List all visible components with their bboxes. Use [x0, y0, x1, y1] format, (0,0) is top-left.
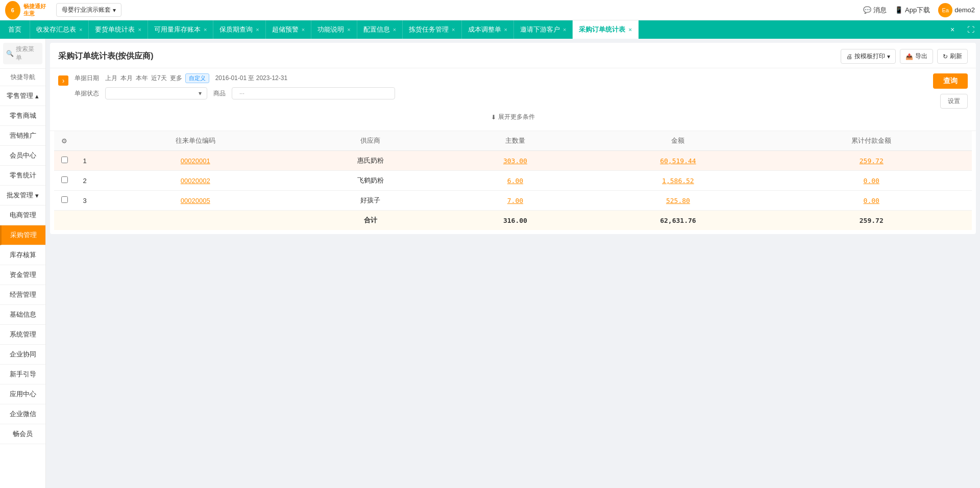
filter-toggle[interactable]: › — [58, 73, 68, 86]
footer-label: 合计 — [296, 211, 445, 230]
tab-pihuo-close[interactable]: × — [452, 27, 455, 33]
row3-amount[interactable]: 525.80 — [585, 191, 771, 211]
goods-more-icon[interactable]: ··· — [239, 90, 244, 97]
tab-baozhi[interactable]: 保质期查询 × — [213, 20, 265, 39]
goods-input[interactable]: ··· — [232, 87, 395, 99]
refresh-button[interactable]: ↻ 刷新 — [937, 49, 968, 64]
sidebar-item-operation[interactable]: 经营管理 — [0, 285, 45, 305]
row3-qty[interactable]: 7.00 — [446, 191, 585, 211]
logo-icon: 6 — [5, 1, 20, 19]
tab-chengben-close[interactable]: × — [504, 27, 507, 33]
shortcut-7days[interactable]: 近7天 — [151, 74, 167, 83]
filter-action-area: 查询 设置 — [933, 73, 968, 109]
sidebar-item-apps[interactable]: 应用中心 — [0, 384, 45, 404]
sidebar-item-zero-stat-label: 零售统计 — [10, 171, 36, 180]
settings-button[interactable]: 设置 — [940, 94, 968, 109]
expand-more-button[interactable]: ⬇ 展开更多条件 — [485, 111, 541, 123]
sidebar-item-inventory[interactable]: 库存核算 — [0, 245, 45, 265]
sidebar-item-marketing[interactable]: 营销推广 — [0, 126, 45, 146]
nav-close-button[interactable]: × — [943, 20, 962, 39]
row1-paid[interactable]: 259.72 — [771, 151, 972, 171]
tab-yaohuo-close[interactable]: × — [138, 27, 141, 33]
user-menu[interactable]: Ea demo2 — [938, 3, 975, 17]
sidebar-item-wechat[interactable]: 企业微信 — [0, 404, 45, 424]
shortcut-last-month[interactable]: 上月 — [105, 74, 117, 83]
row3-checkbox[interactable] — [54, 191, 75, 211]
settings-icon[interactable]: ⚙ — [61, 137, 67, 145]
tab-caigou[interactable]: 采购订单统计表 × — [573, 20, 638, 39]
checkbox-1[interactable] — [61, 157, 68, 163]
tab-chaochu[interactable]: 超储预警 × — [266, 20, 311, 39]
template-print-button[interactable]: 🖨 按模板打印 ▾ — [841, 49, 896, 64]
sidebar-search-area[interactable]: 🔍 搜索菜单 — [0, 39, 45, 69]
sidebar-item-newbie[interactable]: 新手引导 — [0, 365, 45, 384]
sidebar-item-zero-mall[interactable]: 零售商城 — [0, 106, 45, 126]
row1-qty[interactable]: 303.00 — [446, 151, 585, 171]
sidebar-item-finance-label: 资金管理 — [10, 270, 36, 279]
logo-area: 6 畅捷通好生意 — [5, 1, 51, 19]
row1-code[interactable]: 00020001 — [95, 151, 296, 171]
sidebar-item-finance[interactable]: 资金管理 — [0, 265, 45, 285]
tab-peizhi[interactable]: 配置信息 × — [357, 20, 403, 39]
sidebar-item-purchase[interactable]: 采购管理 — [0, 225, 45, 245]
sidebar-item-ecommerce-label: 电商管理 — [10, 211, 36, 220]
query-button[interactable]: 查询 — [933, 73, 968, 89]
app-download-button[interactable]: 📱 App下载 — [895, 6, 930, 15]
sidebar-item-basic[interactable]: 基础信息 — [0, 305, 45, 325]
sidebar-item-shortcut[interactable]: 快捷导航 — [0, 69, 45, 86]
row2-code[interactable]: 00020002 — [95, 171, 296, 191]
tab-yaohuo[interactable]: 要货单统计表 × — [89, 20, 148, 39]
tab-keyongliang-close[interactable]: × — [204, 27, 207, 33]
footer-paid: 259.72 — [771, 211, 972, 230]
tab-caigou-close[interactable]: × — [628, 27, 631, 33]
sidebar-item-system[interactable]: 系统管理 — [0, 325, 45, 345]
sidebar-item-enterprise[interactable]: 企业协同 — [0, 345, 45, 365]
row1-checkbox[interactable] — [54, 151, 75, 171]
sidebar-item-zero-retail[interactable]: 零售管理 ▴ — [0, 86, 45, 106]
row2-checkbox[interactable] — [54, 171, 75, 191]
message-button[interactable]: 💬 消息 — [863, 6, 887, 15]
tab-gongneng-close[interactable]: × — [347, 27, 350, 33]
checkbox-2[interactable] — [61, 176, 68, 183]
row2-paid[interactable]: 0.00 — [771, 171, 972, 191]
tab-shoufahu-close[interactable]: × — [79, 27, 82, 33]
checkbox-3[interactable] — [61, 196, 68, 203]
row3-paid[interactable]: 0.00 — [771, 191, 972, 211]
custom-date-badge[interactable]: 自定义 — [185, 73, 209, 83]
sidebar-item-member[interactable]: 会员中心 — [0, 146, 45, 166]
account-selector[interactable]: 母婴行业演示账套 ▾ — [56, 3, 121, 17]
row1-amount[interactable]: 60,519.44 — [585, 151, 771, 171]
row2-qty[interactable]: 6.00 — [446, 171, 585, 191]
row1-index: 1 — [75, 151, 95, 171]
row3-code[interactable]: 00020005 — [95, 191, 296, 211]
nav-maximize-button[interactable]: ⛶ — [962, 20, 980, 39]
tab-shoufahu[interactable]: 收发存汇总表 × — [30, 20, 89, 39]
tab-pihuo[interactable]: 拣货任务管理 × — [403, 20, 461, 39]
footer-qty: 316.00 — [446, 211, 585, 230]
row2-amount[interactable]: 1,586.52 — [585, 171, 771, 191]
table-container: ⚙ 往来单位编码 供应商 主数量 金额 累计付款金额 — [50, 131, 976, 234]
footer-empty-1 — [54, 211, 75, 230]
table-row: 3 00020005 好孩子 7.00 525.80 0.00 — [54, 191, 972, 211]
tab-chengben[interactable]: 成本调整单 × — [462, 20, 514, 39]
tab-peizhi-close[interactable]: × — [393, 27, 396, 33]
expand-label: 展开更多条件 — [498, 113, 535, 121]
filter-collapse-icon[interactable]: › — [58, 75, 68, 86]
tab-baozhi-close[interactable]: × — [256, 27, 259, 33]
export-button[interactable]: 📤 导出 — [900, 49, 933, 64]
shortcut-this-month[interactable]: 本月 — [120, 74, 133, 83]
shortcut-more[interactable]: 更多 — [170, 74, 182, 83]
tab-home[interactable]: 首页 — [0, 20, 30, 39]
sidebar-item-zero-stat[interactable]: 零售统计 — [0, 166, 45, 186]
tab-keyongliang[interactable]: 可用量库存账本 × — [148, 20, 213, 39]
tab-yaoqing-close[interactable]: × — [563, 27, 566, 33]
sidebar-search-inner[interactable]: 🔍 搜索菜单 — [3, 43, 42, 64]
tab-chaochu-close[interactable]: × — [302, 27, 305, 33]
sidebar-item-ecommerce[interactable]: 电商管理 — [0, 206, 45, 225]
status-select[interactable]: ▾ — [105, 87, 207, 99]
tab-gongneng[interactable]: 功能说明 × — [311, 20, 357, 39]
tab-yaoqing[interactable]: 邀请下游客户 × — [514, 20, 573, 39]
shortcut-this-year[interactable]: 本年 — [136, 74, 148, 83]
sidebar-item-vip[interactable]: 畅会员 — [0, 424, 45, 444]
sidebar-item-wholesale[interactable]: 批发管理 ▾ — [0, 186, 45, 206]
